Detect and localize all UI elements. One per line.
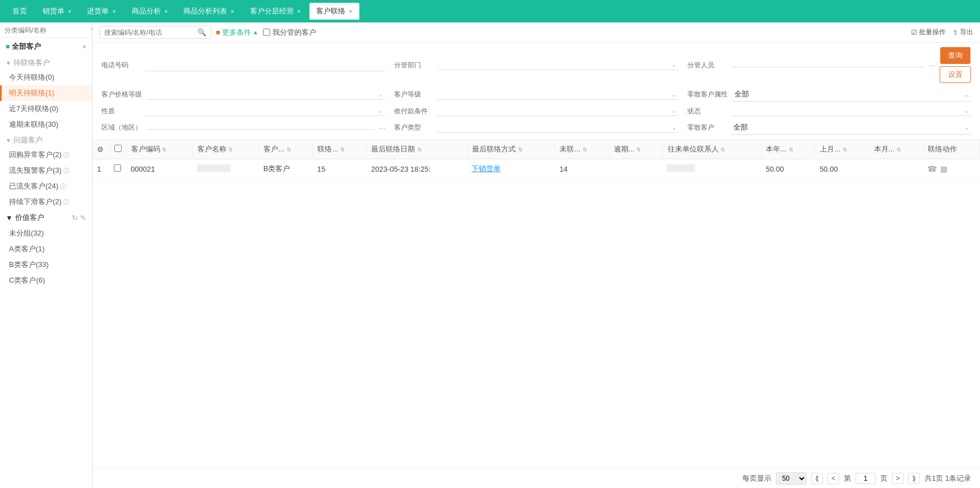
top-right-actions: ☑ 批量操作 ⇧ 导出 [911, 27, 973, 37]
filter-row-person: 分管人员 ··· 查询 设置 [687, 47, 971, 83]
query-button[interactable]: 查询 [940, 47, 970, 64]
chevron-down-icon: ⌄ [964, 125, 969, 131]
nav-product-analysis[interactable]: 商品分析 × [125, 3, 174, 20]
status-select[interactable]: ⌄ [731, 106, 971, 116]
sort-icon[interactable]: ⇅ [720, 146, 725, 153]
edit-icon[interactable]: ✎ [80, 214, 86, 222]
qr-action-icon[interactable]: ▩ [940, 164, 947, 173]
nav-sales-order[interactable]: 销货单 × [36, 3, 78, 20]
filter-bar: 🔍 ■ 更多条件 ▲ 我分管的客户 ☑ 批量操作 ⇧ 导出 [93, 22, 980, 43]
col-settings[interactable]: ⚙ [93, 140, 109, 159]
more-conditions-button[interactable]: ■ 更多条件 ▲ [216, 27, 258, 38]
row-seq: 1 [93, 159, 109, 179]
sidebar-item-7days[interactable]: 近7天待联络(0) [0, 101, 92, 117]
col-cust-type: 客户... ⇅ [259, 140, 313, 159]
close-icon[interactable]: × [68, 8, 71, 15]
chevron-down-icon: ⌄ [672, 91, 676, 98]
sidebar-item-tomorrow[interactable]: 明天待联络(1) [0, 85, 92, 101]
retail-cust-select[interactable]: 全部 ⌄ [731, 121, 971, 135]
sidebar-item-overdue[interactable]: 逾期未联络(30) [0, 117, 92, 132]
last-page-button[interactable]: ⟫ [908, 473, 920, 484]
sidebar-item-class-c[interactable]: C类客户(6) [0, 273, 92, 288]
sidebar-item-churn-warning[interactable]: 流失预警客户(3) ⓘ [0, 163, 92, 178]
content-area: 🔍 ■ 更多条件 ▲ 我分管的客户 ☑ 批量操作 ⇧ 导出 [93, 22, 980, 488]
sidebar-value-group[interactable]: ▼ 价值客户 ↻ ✎ [0, 210, 92, 225]
filter-row-region: 区域（地区） ··· [101, 121, 385, 135]
col-contact-count: 联络... ⇅ [313, 140, 367, 159]
payment-select[interactable]: ⌄ [438, 106, 678, 116]
sort-icon[interactable]: ⇅ [162, 146, 167, 153]
my-customers-checkbox-label[interactable]: 我分管的客户 [263, 27, 316, 38]
cust-type-select[interactable]: ⌄ [438, 123, 678, 133]
nav-purchase-order[interactable]: 进货单 × [80, 3, 122, 20]
close-icon[interactable]: × [164, 8, 168, 15]
row-checkbox[interactable] [109, 159, 126, 179]
top-nav: 首页 销货单 × 进货单 × 商品分析 × 商品分析列表 × 客户分层经营 × … [0, 0, 980, 22]
sort-icon[interactable]: ⇅ [340, 146, 345, 153]
row-name[interactable] [192, 159, 258, 179]
col-checkbox-header[interactable] [109, 140, 126, 159]
phone-action-icon[interactable]: ☎ [927, 164, 937, 173]
row-last-method[interactable]: 下销货单 [467, 159, 555, 179]
nav-product-analysis-list[interactable]: 商品分析列表 × [177, 3, 241, 20]
phone-input[interactable] [145, 59, 385, 71]
retail-attr-select[interactable]: 全部 ⌄ [732, 88, 971, 102]
sidebar-item-class-a[interactable]: A类客户(1) [0, 241, 92, 257]
nature-select[interactable]: ⌄ [145, 106, 385, 116]
sidebar-search-area: 🔍 [0, 22, 92, 38]
more-options-icon[interactable]: ··· [379, 123, 386, 132]
col-unlisted: 未联... ⇅ [555, 140, 609, 159]
col-last-method: 最后联络方式 ⇅ [467, 140, 555, 159]
search-icon[interactable]: 🔍 [197, 28, 206, 36]
region-select[interactable] [146, 126, 375, 130]
page-size-select[interactable]: 50 100 200 [776, 472, 807, 485]
filter-row-retail-attr: 零散客户属性 全部 ⌄ [687, 88, 971, 102]
nav-customer-contact[interactable]: 客户联络 × [309, 3, 359, 20]
export-button[interactable]: ⇧ 导出 [953, 27, 973, 37]
select-all-checkbox[interactable] [114, 145, 122, 152]
price-level-select[interactable]: ⌄ [146, 90, 385, 100]
row-contact-count: 15 [313, 159, 367, 179]
sidebar-search-input[interactable] [4, 26, 89, 34]
page-number-input[interactable] [856, 473, 876, 484]
first-page-button[interactable]: ⟪ [811, 473, 823, 484]
refresh-icon[interactable]: ↻ [72, 214, 78, 222]
close-icon[interactable]: × [230, 8, 234, 15]
sidebar-item-today[interactable]: 今天待联络(0) [0, 70, 92, 85]
sidebar-item-repurchase-anomaly[interactable]: 回购异常客户(2) ⓘ [0, 147, 92, 163]
chevron-down-icon: ⌄ [964, 108, 969, 114]
sort-icon[interactable]: ⇅ [228, 146, 233, 153]
search-input[interactable] [104, 29, 195, 36]
dept-select[interactable]: ⌄ [438, 60, 678, 70]
close-icon[interactable]: × [349, 8, 352, 15]
setting-button[interactable]: 设置 [940, 66, 971, 83]
cust-level-select[interactable]: ⌄ [438, 90, 678, 100]
my-customers-checkbox[interactable] [263, 29, 270, 36]
more-options-icon[interactable]: ··· [928, 61, 935, 70]
row-overdue [609, 159, 663, 179]
close-icon[interactable]: × [112, 8, 115, 15]
close-icon[interactable]: × [297, 8, 301, 15]
sidebar-item-churned[interactable]: 已流失客户(24) ⓘ [0, 178, 92, 194]
sort-icon[interactable]: ⇅ [417, 146, 422, 153]
sidebar-item-ungrouped[interactable]: 未分组(32) [0, 225, 92, 241]
nav-home[interactable]: 首页 [6, 3, 34, 20]
sort-icon[interactable]: ⇅ [286, 146, 291, 153]
sort-icon[interactable]: ⇅ [789, 146, 793, 153]
nav-customer-tier[interactable]: 客户分层经营 × [243, 3, 307, 20]
sort-icon[interactable]: ⇅ [896, 146, 901, 153]
sort-icon[interactable]: ⇅ [636, 146, 641, 153]
sidebar-item-declining[interactable]: 持续下滑客户(2) ⓘ [0, 194, 92, 210]
batch-operation-button[interactable]: ☑ 批量操作 [911, 27, 946, 37]
next-page-button[interactable]: > [892, 473, 904, 484]
person-select[interactable] [731, 63, 924, 67]
sort-icon[interactable]: ⇅ [843, 146, 847, 153]
filter-row-dept: 分管部门 ⌄ [394, 47, 678, 83]
prev-page-button[interactable]: < [828, 473, 839, 484]
sidebar-all-customers[interactable]: ■ 全部客户 « [0, 38, 92, 55]
sort-icon[interactable]: ⇅ [583, 146, 587, 153]
chevron-down-icon: ⌄ [672, 125, 676, 131]
sidebar-item-class-b[interactable]: B类客户(33) [0, 257, 92, 273]
collapse-icon[interactable]: « [82, 43, 86, 50]
sort-icon[interactable]: ⇅ [518, 146, 523, 153]
